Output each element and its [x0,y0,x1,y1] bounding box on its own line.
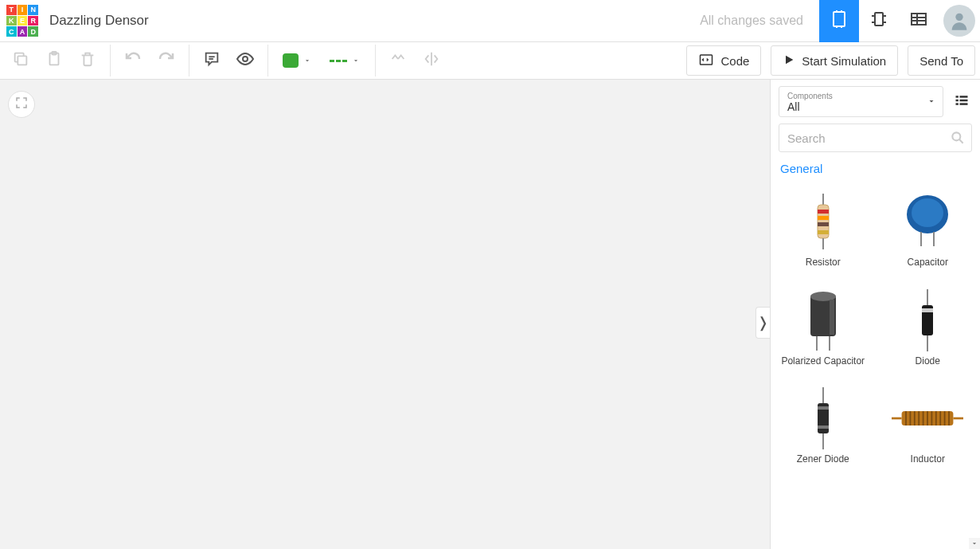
project-title[interactable]: Dazzling Densor [49,13,149,29]
scroll-down-button[interactable] [969,538,980,549]
code-button-label: Code [720,54,749,68]
component-diode[interactable]: Diode [876,280,981,379]
components-sidebar: Components All General [770,80,980,549]
component-label: Diode [916,355,940,368]
rotate-icon [389,50,407,71]
fit-icon [14,96,29,113]
component-resistor[interactable]: Resistor [771,182,876,280]
tab-components-list[interactable] [899,0,939,42]
zoom-to-fit-button[interactable] [8,91,35,118]
delete-button[interactable] [72,45,103,76]
chevron-right-icon: ❭ [757,314,769,331]
chevron-down-icon [352,53,360,68]
components-scroll[interactable]: General Res [771,159,980,549]
svg-point-14 [955,14,962,21]
code-button[interactable]: Code [686,45,761,76]
zener-diode-icon [787,386,859,450]
component-label: Capacitor [908,257,948,269]
canvas-area[interactable]: ❭ Components All General [0,80,980,549]
color-swatch-icon [283,53,299,68]
polarized-capacitor-icon [787,288,859,352]
svg-rect-26 [956,103,959,105]
component-label: Inductor [911,453,945,466]
component-polarized-capacitor[interactable]: Polarized Capacitor [771,280,876,379]
svg-point-38 [912,198,943,227]
svg-point-20 [243,57,248,61]
chevron-down-icon [970,536,978,549]
component-zener-diode[interactable]: Zener Diode [771,378,876,477]
tab-circuit-view[interactable] [819,0,859,42]
component-label: Zener Diode [797,453,849,466]
undo-icon [123,49,143,72]
editor-toolbar: Code Start Simulation Send To [0,42,980,80]
annotate-button[interactable] [196,45,228,76]
play-icon [783,53,795,69]
svg-rect-34 [818,222,829,226]
send-to-label: Send To [919,54,963,68]
list-view-toggle[interactable] [951,92,972,112]
dropdown-label: Components [787,92,935,100]
svg-line-29 [959,139,963,143]
send-to-button[interactable]: Send To [908,45,975,76]
svg-rect-32 [818,210,829,214]
start-simulation-button[interactable]: Start Simulation [771,45,898,76]
paste-button[interactable] [38,45,70,76]
components-filter-dropdown[interactable]: Components All [779,86,943,117]
svg-rect-48 [922,308,933,312]
svg-rect-22 [956,96,959,98]
list-icon [954,92,970,112]
redo-button[interactable] [150,45,182,76]
rotate-button[interactable] [382,45,414,76]
svg-rect-10 [912,14,926,25]
undo-button[interactable] [117,45,149,76]
svg-rect-35 [818,230,829,234]
mirror-icon [423,50,440,71]
dropdown-value: All [787,100,935,113]
svg-rect-15 [18,56,26,65]
table-icon [909,10,928,32]
diode-icon [892,288,963,352]
trash-icon [79,50,96,71]
copy-icon [12,50,29,71]
sidebar-collapse-handle[interactable]: ❭ [755,307,770,339]
svg-rect-27 [960,103,968,105]
svg-rect-24 [956,99,959,101]
svg-rect-43 [830,300,834,335]
component-capacitor[interactable]: Capacitor [876,182,981,280]
svg-rect-5 [875,13,883,25]
chevron-down-icon [927,95,936,109]
svg-point-28 [952,132,960,140]
svg-rect-0 [834,12,845,26]
color-picker[interactable] [275,45,319,76]
component-inductor[interactable]: Inductor [876,378,981,477]
wire-style-picker[interactable] [321,45,369,76]
search-input[interactable] [779,124,972,152]
svg-rect-25 [960,99,968,101]
search-icon [950,130,966,149]
app-header: TIN KER CAD Dazzling Densor All changes … [0,0,980,42]
tab-schematic-view[interactable] [859,0,899,42]
schematic-icon [869,10,888,32]
paste-icon [45,50,63,71]
mirror-button[interactable] [416,45,447,76]
section-title-general: General [771,159,980,182]
toggle-visibility-button[interactable] [229,45,261,76]
note-icon [203,50,221,71]
user-avatar[interactable] [943,5,975,37]
tinkercad-logo[interactable]: TIN KER CAD [6,5,38,37]
chevron-down-icon [303,53,311,68]
redo-icon [157,49,176,72]
copy-button[interactable] [5,45,37,76]
capacitor-icon [892,190,963,253]
code-icon [698,53,714,69]
component-search [779,124,972,152]
component-label: Resistor [806,257,841,269]
start-simulation-label: Start Simulation [802,54,886,68]
resistor-icon [787,190,859,253]
inductor-icon [892,386,963,450]
component-label: Polarized Capacitor [781,355,865,368]
svg-rect-23 [960,96,968,98]
save-status: All changes saved [700,14,803,28]
svg-rect-33 [818,216,829,220]
svg-rect-53 [818,425,829,429]
